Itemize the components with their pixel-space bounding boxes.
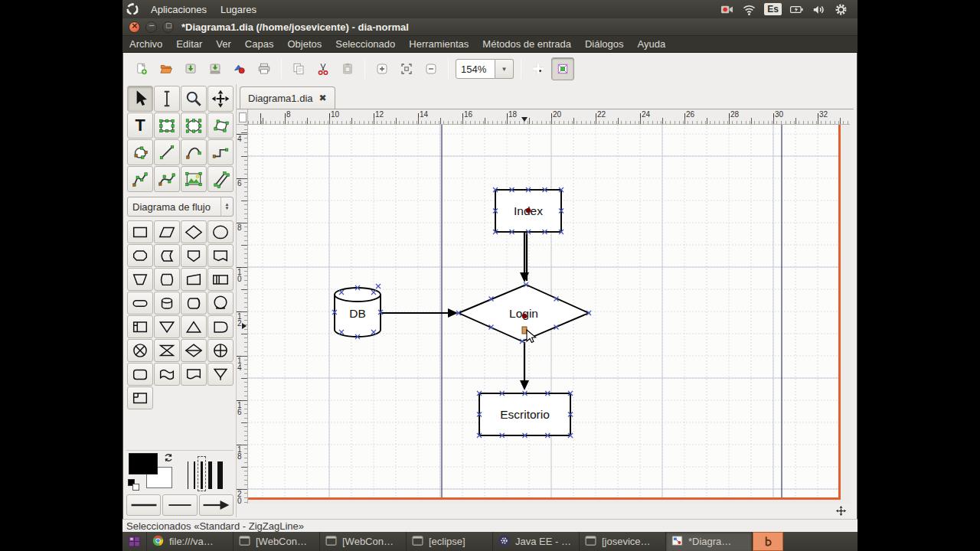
menu-ayuda[interactable]: Ayuda — [631, 38, 673, 50]
tool-polygon[interactable] — [207, 112, 234, 139]
swap-colors-icon[interactable] — [162, 452, 175, 464]
zoom-value-field[interactable]: 154% — [456, 59, 495, 79]
line-width-option-1[interactable] — [188, 458, 188, 489]
tool-bezierline[interactable] — [154, 166, 180, 192]
shape-ellipse[interactable] — [207, 220, 234, 243]
line-width-option-7[interactable] — [217, 458, 223, 489]
shape-document[interactable] — [181, 363, 207, 386]
shape-preparation[interactable] — [154, 268, 180, 291]
tool-image[interactable] — [181, 166, 207, 192]
shape-rounded-box[interactable] — [127, 363, 153, 386]
foreground-color-swatch[interactable] — [129, 453, 158, 474]
print-button[interactable] — [253, 57, 276, 80]
line-width-option-2[interactable] — [194, 458, 195, 489]
battery-icon[interactable] — [789, 2, 804, 17]
shape-summing-junction[interactable] — [207, 339, 234, 362]
tool-text[interactable]: T — [127, 112, 153, 139]
shape-stored-data[interactable] — [154, 244, 180, 267]
shape-merge[interactable] — [154, 315, 180, 338]
tool-scroll[interactable] — [207, 86, 234, 112]
save-as-button[interactable] — [204, 57, 227, 80]
tool-arc[interactable] — [181, 139, 207, 165]
shape-punched-tape[interactable] — [154, 363, 180, 386]
zoom-in-button[interactable] — [371, 57, 394, 80]
arrow-end-style-button[interactable] — [199, 494, 234, 516]
cut-button[interactable] — [312, 57, 335, 80]
shape-note[interactable] — [127, 315, 153, 338]
volume-icon[interactable] — [812, 2, 826, 17]
shape-parallelogram[interactable] — [154, 220, 180, 243]
save-button[interactable] — [179, 57, 202, 80]
export-button[interactable] — [228, 57, 251, 80]
maximize-button[interactable] — [162, 21, 174, 33]
titlebar[interactable]: *Diagrama1.dia (/home/josevicente) - dia… — [122, 18, 858, 36]
tool-beziergon[interactable] — [127, 139, 153, 165]
tool-polyline[interactable] — [127, 166, 153, 192]
snap-to-objects-toggle[interactable] — [551, 57, 574, 80]
taskbar-item[interactable]: [josevice… — [580, 532, 666, 551]
shape-magnetic-drum[interactable] — [154, 292, 180, 315]
tool-line[interactable] — [154, 139, 180, 165]
taskbar-item[interactable]: Java EE - … — [493, 532, 580, 551]
tool-outline[interactable] — [207, 166, 234, 192]
shape-offline-storage[interactable] — [207, 292, 234, 315]
menu-di-logos[interactable]: Diálogos — [578, 38, 631, 50]
distributor-logo-icon[interactable] — [126, 2, 139, 16]
tool-ellipse[interactable] — [181, 112, 207, 139]
shape-delay[interactable] — [207, 315, 234, 338]
taskbar-item[interactable]: [eclipse] — [407, 532, 493, 551]
open-button[interactable] — [155, 57, 178, 80]
canvas-navigate-icon[interactable] — [835, 505, 847, 517]
shape-sort[interactable] — [181, 339, 207, 362]
zoom-out-button[interactable] — [420, 57, 443, 80]
tool-magnify[interactable] — [181, 86, 207, 112]
menu-objetos[interactable]: Objetos — [280, 38, 328, 50]
line-width-option-3[interactable] — [201, 458, 203, 489]
minimize-button[interactable] — [145, 21, 157, 33]
tool-pointer[interactable] — [127, 86, 153, 112]
session-gear-icon[interactable] — [834, 2, 848, 17]
tool-box[interactable] — [154, 112, 180, 139]
top-panel-menu-lugares[interactable]: Lugares — [214, 4, 263, 15]
grid-visible-toggle[interactable] — [527, 57, 550, 80]
taskbar-item[interactable]: [WebCon… — [234, 532, 320, 551]
menu-capas[interactable]: Capas — [238, 38, 281, 50]
shape-inverted-trapezoid[interactable] — [127, 268, 153, 291]
keyboard-layout-indicator[interactable]: Es — [764, 3, 782, 15]
top-panel-menu-aplicaciones[interactable]: Aplicaciones — [144, 4, 214, 15]
shape-terminal[interactable] — [127, 292, 153, 315]
menu-m-todos-de-entrada[interactable]: Métodos de entrada — [475, 38, 578, 50]
sheet-selector[interactable]: Diagrama de flujo ▲▼ — [127, 197, 234, 217]
shape-card[interactable] — [127, 386, 153, 409]
new-diagram-button[interactable] — [130, 57, 153, 80]
paste-button[interactable] — [336, 57, 359, 80]
workspace-switcher[interactable] — [122, 532, 147, 551]
dia-urgent-badge[interactable] — [753, 532, 783, 551]
taskbar-item[interactable]: file:///va… — [147, 532, 234, 551]
screen-record-icon[interactable] — [720, 2, 734, 17]
color-selector[interactable] — [126, 452, 178, 493]
shape-process[interactable] — [127, 220, 153, 243]
shape-or-junction[interactable] — [127, 339, 153, 362]
shape-funnel[interactable] — [207, 363, 234, 386]
close-button[interactable] — [129, 21, 140, 33]
shape-off-page-connector[interactable] — [181, 244, 207, 267]
shape-internal-storage[interactable] — [207, 268, 234, 291]
line-start-style-button[interactable] — [126, 494, 161, 516]
copy-button[interactable] — [287, 57, 310, 80]
shape-extract[interactable] — [181, 315, 207, 338]
wifi-icon[interactable] — [742, 2, 756, 17]
line-width-option-5[interactable] — [208, 458, 212, 489]
shape-manual-operation[interactable] — [181, 268, 207, 291]
default-colors-icon[interactable] — [128, 479, 140, 491]
menu-editar[interactable]: Editar — [169, 38, 209, 50]
diagram-canvas[interactable]: IndexDBLoginEscritorio — [248, 125, 850, 504]
tool-text-edit[interactable] — [154, 86, 180, 112]
shape-collate[interactable] — [154, 339, 180, 362]
taskbar-item[interactable]: *Diagra… — [666, 532, 753, 551]
menu-seleccionado[interactable]: Seleccionado — [328, 38, 402, 50]
tool-zigzagline[interactable] — [207, 139, 234, 165]
zoom-dropdown-button[interactable]: ▼ — [495, 59, 514, 79]
menu-archivo[interactable]: Archivo — [122, 38, 169, 50]
tab-close-icon[interactable]: ✖ — [319, 93, 327, 103]
